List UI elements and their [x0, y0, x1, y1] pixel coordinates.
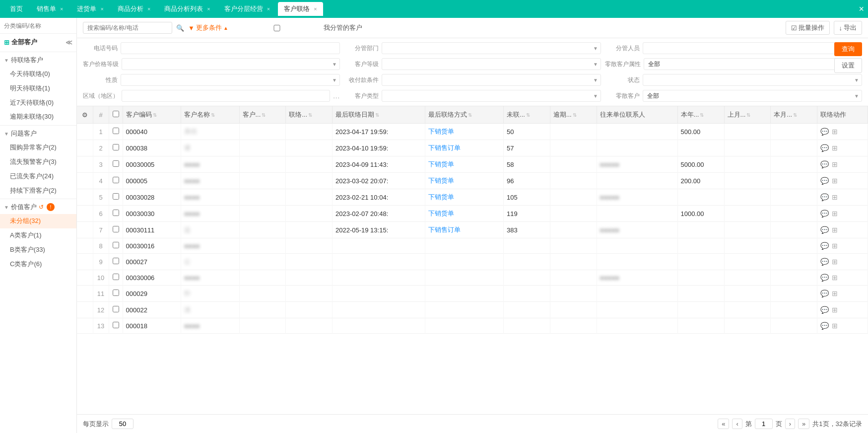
action-chat-icon-8[interactable]: 💬: [820, 258, 829, 266]
row-checkbox-2[interactable]: [113, 160, 119, 167]
first-page-button[interactable]: «: [718, 419, 729, 429]
customer-level-select[interactable]: [382, 58, 601, 70]
tab-analysis-list[interactable]: 商品分析列表 ×: [158, 2, 216, 16]
close-analysis-icon[interactable]: ×: [147, 6, 150, 12]
close-customer-mgr-icon[interactable]: ×: [267, 6, 270, 12]
last-type-link-2[interactable]: 下销货单: [428, 160, 454, 168]
close-analysis-list-icon[interactable]: ×: [207, 6, 210, 12]
region-more-icon[interactable]: ...: [333, 92, 340, 100]
row-check-8[interactable]: [109, 254, 123, 270]
tab-customer-mgr[interactable]: 客户分层经营 ×: [218, 2, 276, 16]
action-chat-icon-6[interactable]: 💬: [820, 226, 829, 234]
row-checkbox-3[interactable]: [113, 177, 119, 183]
last-type-link-1[interactable]: 下销售订单: [428, 144, 461, 151]
col-settings[interactable]: ⚙: [77, 106, 93, 124]
next-page-button[interactable]: ›: [785, 419, 795, 429]
row-check-3[interactable]: [109, 173, 123, 189]
query-button[interactable]: 查询: [834, 42, 862, 56]
tab-customer-contact[interactable]: 客户联络 ×: [278, 2, 323, 16]
action-grid-icon-10[interactable]: ⊞: [832, 289, 838, 297]
action-grid-icon-8[interactable]: ⊞: [832, 258, 838, 266]
col-this-year[interactable]: 本年...⇅: [677, 106, 724, 124]
action-chat-icon-1[interactable]: 💬: [820, 144, 829, 152]
col-last-date[interactable]: 最后联络日期⇅: [333, 106, 425, 124]
tab-home[interactable]: 首页: [4, 2, 29, 16]
sidebar-item-churn-warning[interactable]: 流失预警客户(3): [0, 155, 76, 169]
action-chat-icon-4[interactable]: 💬: [820, 193, 829, 201]
dept-select[interactable]: [382, 42, 601, 54]
row-checkbox-12[interactable]: [113, 322, 119, 328]
action-grid-icon-3[interactable]: ⊞: [832, 177, 838, 185]
action-chat-icon-12[interactable]: 💬: [820, 322, 829, 330]
col-contact[interactable]: 联络...⇅: [286, 106, 333, 124]
current-page-input[interactable]: [755, 419, 773, 429]
staff-select[interactable]: [643, 42, 852, 54]
action-grid-icon-7[interactable]: ⊞: [832, 242, 838, 250]
sidebar-item-hoard[interactable]: 囤购异常客户(2): [0, 141, 76, 155]
reset-button[interactable]: 设置: [834, 58, 862, 73]
row-check-1[interactable]: [109, 140, 123, 156]
row-checkbox-9[interactable]: [113, 274, 119, 280]
row-checkbox-8[interactable]: [113, 258, 119, 264]
col-uncontacted[interactable]: 未联...⇅: [504, 106, 550, 124]
action-chat-icon-0[interactable]: 💬: [820, 128, 829, 136]
row-checkbox-1[interactable]: [113, 144, 119, 150]
row-checkbox-5[interactable]: [113, 210, 119, 216]
sidebar-item-today[interactable]: 今天待联络(0): [0, 67, 76, 81]
tab-analysis[interactable]: 商品分析 ×: [112, 2, 156, 16]
row-checkbox-4[interactable]: [113, 193, 119, 200]
sidebar-item-tomorrow[interactable]: 明天待联络(1): [0, 81, 76, 96]
action-grid-icon-1[interactable]: ⊞: [832, 144, 838, 152]
col-unit-contact[interactable]: 往来单位联系人: [597, 106, 677, 124]
action-chat-icon-7[interactable]: 💬: [820, 242, 829, 250]
action-grid-icon-12[interactable]: ⊞: [832, 322, 838, 330]
row-check-7[interactable]: [109, 238, 123, 254]
row-check-2[interactable]: [109, 156, 123, 173]
more-filters-button[interactable]: ▼ 更多条件 ▲: [188, 23, 228, 32]
action-grid-icon-2[interactable]: ⊞: [832, 160, 838, 168]
col-name[interactable]: 客户名称⇅: [181, 106, 240, 124]
row-last-type-2[interactable]: 下销货单: [425, 156, 503, 173]
search-icon[interactable]: 🔍: [176, 24, 184, 32]
sidebar-item-class-b[interactable]: B类客户(33): [0, 243, 76, 257]
action-grid-icon-0[interactable]: ⊞: [832, 128, 838, 136]
row-checkbox-6[interactable]: [113, 226, 119, 232]
section-value[interactable]: ▼ 价值客户 ↺ !: [0, 200, 76, 214]
last-type-link-3[interactable]: 下销货单: [428, 177, 454, 184]
row-last-type-3[interactable]: 下销货单: [425, 173, 503, 189]
col-this-month[interactable]: 本月...⇅: [771, 106, 817, 124]
nature-select[interactable]: [121, 74, 340, 86]
retail-attr-select[interactable]: 全部: [644, 58, 862, 70]
close-all-button[interactable]: ×: [859, 4, 864, 14]
sidebar-search-input[interactable]: [4, 22, 77, 29]
last-type-link-0[interactable]: 下销货单: [428, 128, 454, 135]
prev-page-button[interactable]: ‹: [732, 419, 742, 429]
row-check-11[interactable]: [109, 302, 123, 318]
payment-select[interactable]: [382, 74, 601, 86]
action-chat-icon-2[interactable]: 💬: [820, 160, 829, 168]
col-last-month[interactable]: 上月...⇅: [724, 106, 771, 124]
row-last-type-6[interactable]: 下销售订单: [425, 222, 503, 238]
row-checkbox-0[interactable]: [113, 128, 119, 134]
row-last-type-4[interactable]: 下销货单: [425, 189, 503, 206]
select-all-checkbox[interactable]: [113, 111, 119, 117]
sidebar-item-churned[interactable]: 已流失客户(24): [0, 169, 76, 184]
sidebar-item-7days[interactable]: 近7天待联络(0): [0, 96, 76, 110]
action-grid-icon-9[interactable]: ⊞: [832, 274, 838, 282]
section-pending[interactable]: ▼ 待联络客户: [0, 53, 76, 67]
action-grid-icon-4[interactable]: ⊞: [832, 193, 838, 201]
row-check-5[interactable]: [109, 206, 123, 222]
col-type[interactable]: 客户...⇅: [239, 106, 286, 124]
action-chat-icon-11[interactable]: 💬: [820, 306, 829, 314]
my-customers-check[interactable]: [232, 25, 322, 31]
last-page-button[interactable]: »: [798, 419, 809, 429]
export-button[interactable]: ↓ 导出: [834, 21, 863, 35]
row-last-type-5[interactable]: 下销货单: [425, 206, 503, 222]
sidebar-item-class-c[interactable]: C类客户(6): [0, 257, 76, 272]
action-grid-icon-6[interactable]: ⊞: [832, 226, 838, 234]
status-select[interactable]: [643, 74, 862, 86]
action-chat-icon-9[interactable]: 💬: [820, 274, 829, 282]
action-grid-icon-11[interactable]: ⊞: [832, 306, 838, 314]
tab-sales[interactable]: 销售单 ×: [31, 2, 69, 16]
row-checkbox-7[interactable]: [113, 242, 119, 248]
